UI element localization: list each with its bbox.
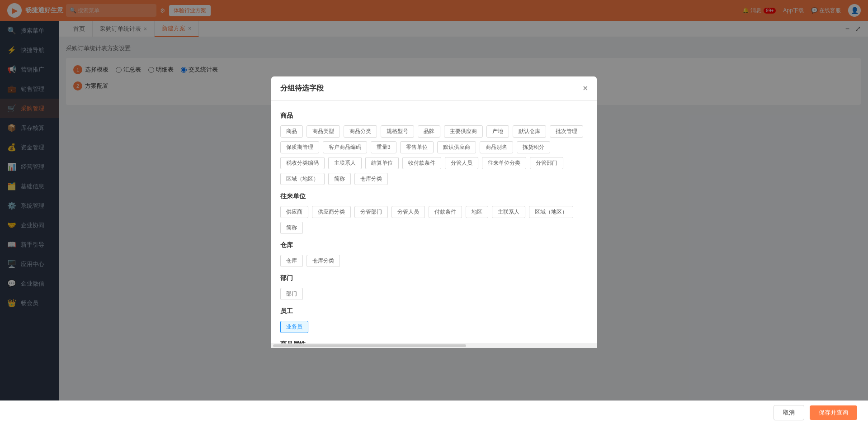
field-tag[interactable]: 产地 <box>486 125 509 138</box>
modal-close-btn[interactable]: × <box>583 84 588 92</box>
field-tag[interactable]: 收付款条件 <box>402 157 441 169</box>
field-tag[interactable]: 主联系人 <box>492 206 525 218</box>
field-tag[interactable]: 分管人员 <box>445 157 478 169</box>
field-tag[interactable]: 仓库 <box>280 255 303 267</box>
field-tag[interactable]: 分管部门 <box>354 206 388 218</box>
field-tag[interactable]: 重量3 <box>371 141 396 153</box>
modal-title: 分组待选字段 <box>280 84 324 93</box>
field-tag[interactable]: 主联系人 <box>328 157 362 169</box>
field-tag[interactable]: 商品别名 <box>480 141 513 153</box>
field-grid-dept: 部门 <box>280 288 588 300</box>
modal-hscroll[interactable] <box>271 343 597 348</box>
field-grid-warehouse: 仓库 仓库分类 <box>280 255 588 267</box>
field-grid-goods: 商品 商品类型 商品分类 规格型号 品牌 主要供应商 产地 默认仓库 批次管理 … <box>280 125 588 185</box>
field-tag[interactable]: 供应商分类 <box>312 206 351 218</box>
modal: 分组待选字段 × 商品 商品 商品类型 商品分类 规格型号 品牌 主要供应商 产… <box>271 76 597 348</box>
field-tag[interactable]: 批次管理 <box>550 125 583 138</box>
field-tag[interactable]: 区域（地区） <box>529 206 573 218</box>
field-tag[interactable]: 仓库分类 <box>354 173 388 185</box>
field-grid-partner: 供应商 供应商分类 分管部门 分管人员 付款条件 地区 主联系人 区域（地区） … <box>280 206 588 234</box>
section-title-dept: 部门 <box>280 274 588 282</box>
section-title-warehouse: 仓库 <box>280 241 588 249</box>
field-tag[interactable]: 部门 <box>280 288 303 300</box>
section-title-attr: 商品属性 <box>280 340 588 343</box>
modal-body[interactable]: 商品 商品 商品类型 商品分类 规格型号 品牌 主要供应商 产地 默认仓库 批次… <box>271 101 597 343</box>
field-tag-selected[interactable]: 业务员 <box>280 321 308 333</box>
field-tag[interactable]: 分管人员 <box>392 206 425 218</box>
field-tag[interactable]: 分管部门 <box>530 157 563 169</box>
field-tag[interactable]: 仓库分类 <box>307 255 340 267</box>
field-tag[interactable]: 区域（地区） <box>280 173 325 185</box>
section-title-goods: 商品 <box>280 112 588 120</box>
cancel-button[interactable]: 取消 <box>774 405 804 420</box>
field-tag[interactable]: 品牌 <box>418 125 440 138</box>
field-tag[interactable]: 规格型号 <box>381 125 414 138</box>
field-grid-staff: 业务员 <box>280 321 588 333</box>
modal-header: 分组待选字段 × <box>271 76 597 101</box>
field-tag[interactable]: 付款条件 <box>429 206 462 218</box>
page-footer: 取消 保存并查询 <box>0 400 868 424</box>
field-tag[interactable]: 结算单位 <box>365 157 399 169</box>
field-tag[interactable]: 拣货积分 <box>517 141 550 153</box>
field-tag[interactable]: 税收分类编码 <box>280 157 325 169</box>
field-tag[interactable]: 主要供应商 <box>444 125 483 138</box>
field-tag[interactable]: 零售单位 <box>400 141 434 153</box>
field-tag[interactable]: 商品分类 <box>344 125 377 138</box>
section-title-staff: 员工 <box>280 307 588 315</box>
field-tag[interactable]: 商品 <box>280 125 303 138</box>
field-tag[interactable]: 默认仓库 <box>513 125 546 138</box>
modal-overlay: 分组待选字段 × 商品 商品 商品类型 商品分类 规格型号 品牌 主要供应商 产… <box>0 0 868 424</box>
field-tag[interactable]: 默认供应商 <box>437 141 476 153</box>
field-tag[interactable]: 客户商品编码 <box>323 141 367 153</box>
field-tag[interactable]: 地区 <box>466 206 488 218</box>
hscroll-thumb <box>273 344 466 347</box>
section-title-partner: 往来单位 <box>280 192 588 200</box>
save-button[interactable]: 保存并查询 <box>810 405 857 420</box>
field-tag[interactable]: 保质期管理 <box>280 141 319 153</box>
field-tag[interactable]: 简称 <box>280 222 303 234</box>
field-tag[interactable]: 商品类型 <box>307 125 340 138</box>
field-tag[interactable]: 往来单位分类 <box>482 157 526 169</box>
field-tag[interactable]: 简称 <box>328 173 351 185</box>
field-tag[interactable]: 供应商 <box>280 206 308 218</box>
